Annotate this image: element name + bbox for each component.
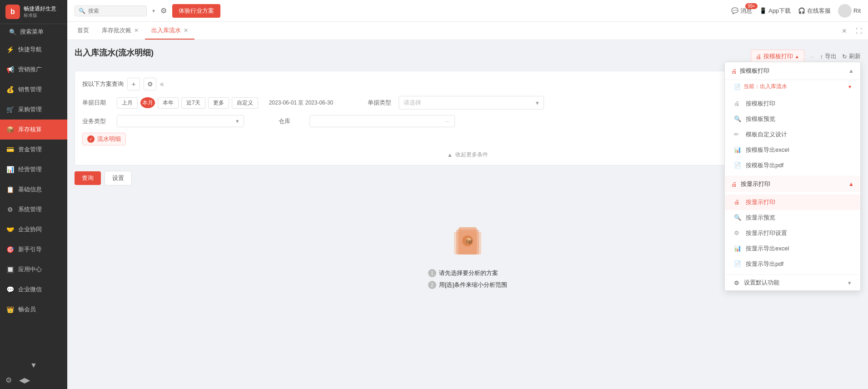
- template-design-item[interactable]: ✏ 模板自定义设计: [725, 127, 860, 142]
- display-section-chevron[interactable]: ▲: [848, 181, 854, 187]
- topbar-gear-icon[interactable]: ⚙: [160, 6, 167, 15]
- template-export-pdf-item[interactable]: 📄 按模板导出pdf: [725, 158, 860, 173]
- date-btn-custom[interactable]: 自定义: [232, 97, 258, 109]
- dropdown-header-chevron[interactable]: ▲: [848, 68, 854, 74]
- sidebar-item-quick-nav[interactable]: ⚡ 快捷导航: [0, 40, 67, 60]
- filter-settings-btn[interactable]: ⚙: [144, 78, 156, 90]
- quick-nav-icon: ⚡: [5, 45, 15, 54]
- collapse-up-icon: ▲: [447, 152, 453, 158]
- print-dropdown-panel: 🖨 按模板打印 ▲ 📄 当前：出入库流水 ▾ 🖨 按模板打印: [724, 62, 861, 291]
- main-area: 🔍 ▾ ⚙ 体验行业方案 💬 消息 99+ 📱 App下载 🎧 在线客服: [67, 0, 868, 389]
- warehouse-more-icon: ···: [445, 118, 450, 125]
- sidebar-item-basic[interactable]: 📋 基础信息: [0, 180, 67, 199]
- display-print-group: 🖨 按显示打印 🔍 按显示预览 ⚙ 按显示打印设置 📊 按显示导出excel: [725, 192, 860, 274]
- svg-text:📦: 📦: [465, 237, 473, 245]
- basic-icon: 📋: [5, 185, 15, 194]
- add-filter-btn[interactable]: +: [127, 78, 140, 90]
- display-export-pdf-item[interactable]: 📄 按显示导出pdf: [725, 256, 860, 272]
- tab-close-warehouse-flow[interactable]: ✕: [184, 27, 188, 34]
- current-chevron: ▾: [848, 84, 851, 90]
- display-print-section: 🖨 按显示打印 ▲: [725, 176, 860, 192]
- online-service-btn[interactable]: 🎧 在线客服: [798, 7, 831, 15]
- topbar: 🔍 ▾ ⚙ 体验行业方案 💬 消息 99+ 📱 App下载 🎧 在线客服: [67, 0, 868, 22]
- window-maximize-btn[interactable]: ⛶: [853, 25, 864, 36]
- display-printer-icon: 🖨: [734, 199, 741, 206]
- display-preview-icon: 🔍: [734, 214, 741, 221]
- message-btn[interactable]: 💬 消息 99+: [731, 7, 752, 15]
- dropdown-footer[interactable]: ⚙ 设置默认功能 ▾: [725, 274, 860, 290]
- date-btn-more[interactable]: 更多: [208, 97, 229, 109]
- print-btn[interactable]: 🖨 按模板打印 ▲: [751, 50, 804, 63]
- user-avatar-area[interactable]: Rit: [838, 4, 861, 18]
- sidebar-item-marketing[interactable]: 📢 营销推广: [0, 60, 67, 80]
- date-btn-7days[interactable]: 近7天: [181, 97, 205, 109]
- date-btn-prev-month[interactable]: 上月: [117, 97, 138, 109]
- sidebar-item-corp[interactable]: 🤝 企业协同: [0, 219, 67, 239]
- settings-bottom-icon[interactable]: ⚙: [5, 376, 12, 384]
- app-download-btn[interactable]: 📱 App下载: [759, 7, 791, 15]
- sidebar-item-system[interactable]: ⚙ 系统管理: [0, 199, 67, 219]
- excel-icon: 📊: [734, 146, 741, 154]
- sidebar-item-sales[interactable]: 💰 销售管理: [0, 80, 67, 100]
- step2-text: 用[选]条件来缩小分析范围: [439, 281, 507, 289]
- topbar-dropdown-icon[interactable]: ▾: [152, 8, 155, 14]
- edition-label: 标准版: [24, 12, 56, 19]
- display-print-item[interactable]: 🖨 按显示打印: [725, 194, 860, 210]
- topbar-search-input[interactable]: [88, 8, 143, 14]
- username-label: Rit: [853, 7, 861, 14]
- display-preview-item[interactable]: 🔍 按显示预览: [725, 210, 860, 225]
- tab-inventory-batch[interactable]: 库存批次账 ✕: [95, 22, 145, 40]
- search-menu-item[interactable]: 🔍 搜索菜单: [0, 24, 67, 40]
- sidebar-scroll-down[interactable]: ▼: [0, 359, 67, 371]
- type-select-chevron: ▾: [536, 100, 539, 106]
- display-print-settings-item[interactable]: ⚙ 按显示打印设置: [725, 225, 860, 241]
- dropdown-print-icon: 🖨: [731, 68, 737, 75]
- sidebar-item-purchase[interactable]: 🛒 采购管理: [0, 100, 67, 120]
- biz-select[interactable]: ▾: [117, 115, 244, 127]
- display-export-excel-item[interactable]: 📊 按显示导出excel: [725, 241, 860, 256]
- warehouse-label: 仓库: [279, 117, 306, 125]
- settings-btn[interactable]: 设置: [105, 171, 132, 185]
- top-right-actions: 🖨 按模板打印 ▲ ··· ↑ 导出 ↻ 刷新: [751, 50, 861, 63]
- tab-home[interactable]: 首页: [71, 22, 95, 40]
- headset-icon: 🎧: [798, 7, 805, 14]
- collapse-sidebar-icon[interactable]: ◀▶: [19, 376, 30, 384]
- sidebar-item-inventory[interactable]: 📦 库存核算: [0, 120, 67, 140]
- sidebar-item-operation[interactable]: 📊 经营管理: [0, 160, 67, 180]
- sidebar-item-member[interactable]: 👑 畅会员: [0, 299, 67, 319]
- pdf-icon: 📄: [734, 162, 741, 169]
- tab-warehouse-flow[interactable]: 出入库流水 ✕: [145, 22, 195, 40]
- print-icon: 🖨: [756, 53, 762, 60]
- print-chevron-up: ▲: [795, 54, 799, 59]
- template-preview-item[interactable]: 🔍 按模板预览: [725, 111, 860, 127]
- dropdown-current-item: 📄 当前：出入库流水 ▾: [725, 80, 860, 93]
- sidebar-item-finance[interactable]: 💳 资金管理: [0, 140, 67, 160]
- step2-num: 2: [428, 281, 436, 289]
- search-icon: 🔍: [9, 29, 16, 35]
- filter-label-prefix: 按以下方案查询: [82, 80, 124, 88]
- tab-close-inventory-batch[interactable]: ✕: [134, 27, 139, 34]
- preview-icon: 🔍: [734, 115, 741, 123]
- type-select[interactable]: 请选择 ▾: [399, 96, 544, 110]
- warehouse-select[interactable]: ···: [309, 115, 455, 127]
- guide-icon: 🎯: [5, 245, 15, 254]
- query-btn[interactable]: 查询: [75, 171, 101, 185]
- sidebar-item-guide[interactable]: 🎯 新手引导: [0, 239, 67, 259]
- filter-collapse-icon[interactable]: «: [160, 80, 164, 88]
- sidebar-item-wechat[interactable]: 💬 企业微信: [0, 279, 67, 299]
- date-btn-this-year[interactable]: 本年: [158, 97, 179, 109]
- biz-select-chevron: ▾: [236, 118, 239, 125]
- sidebar-item-appstore[interactable]: 🔲 应用中心: [0, 259, 67, 279]
- biz-label: 业务类型: [82, 117, 110, 125]
- export-btn[interactable]: ↑ 导出: [820, 52, 837, 60]
- template-export-excel-item[interactable]: 📊 按模板导出excel: [725, 142, 860, 158]
- trial-btn[interactable]: 体验行业方案: [172, 4, 220, 18]
- template-print-item[interactable]: 🖨 按模板打印: [725, 96, 860, 111]
- type-label: 单据类型: [368, 99, 395, 107]
- window-close-btn[interactable]: ✕: [839, 25, 850, 36]
- page-title: 出入库流水(流水明细): [75, 47, 154, 58]
- date-btn-this-month[interactable]: 本月: [140, 97, 155, 108]
- sidebar-nav: ⚡ 快捷导航 📢 营销推广 💰 销售管理 🛒 采购管理 📦 库存核算 💳: [0, 40, 67, 359]
- refresh-btn[interactable]: ↻ 刷新: [842, 52, 861, 60]
- topbar-search-icon: 🔍: [79, 8, 85, 14]
